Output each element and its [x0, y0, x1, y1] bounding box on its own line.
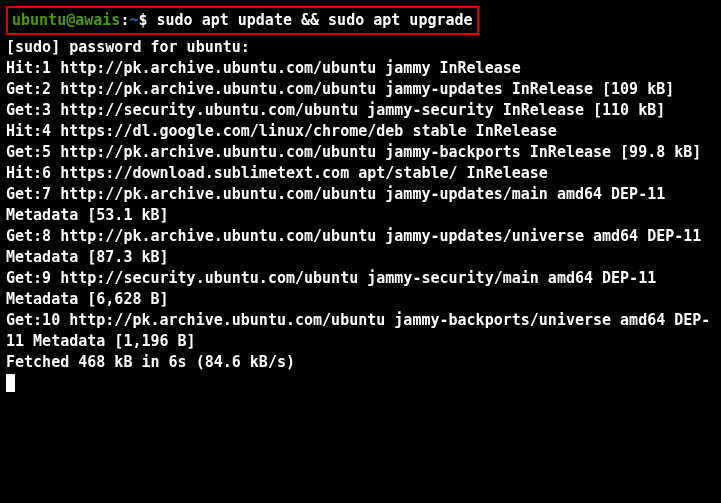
- prompt-user-host: ubuntu@awais: [12, 11, 120, 29]
- output-line: Get:9 http://security.ubuntu.com/ubuntu …: [6, 268, 715, 310]
- terminal[interactable]: ubuntu@awais:~$ sudo apt update && sudo …: [6, 6, 715, 394]
- output-line: Get:7 http://pk.archive.ubuntu.com/ubunt…: [6, 184, 715, 226]
- output-line: [sudo] password for ubuntu:: [6, 37, 715, 58]
- prompt-line-highlighted: ubuntu@awais:~$ sudo apt update && sudo …: [6, 6, 479, 35]
- output-line: Get:2 http://pk.archive.ubuntu.com/ubunt…: [6, 79, 715, 100]
- output-line: Fetched 468 kB in 6s (84.6 kB/s): [6, 352, 715, 373]
- prompt-dollar: $: [138, 11, 147, 29]
- cursor: [6, 374, 15, 392]
- output-line: Hit:1 http://pk.archive.ubuntu.com/ubunt…: [6, 58, 715, 79]
- terminal-output: [sudo] password for ubuntu: Hit:1 http:/…: [6, 37, 715, 373]
- output-line: Get:10 http://pk.archive.ubuntu.com/ubun…: [6, 310, 715, 352]
- command-text: sudo apt update && sudo apt upgrade: [157, 11, 473, 29]
- output-line: Get:5 http://pk.archive.ubuntu.com/ubunt…: [6, 142, 715, 163]
- output-line: Hit:4 https://dl.google.com/linux/chrome…: [6, 121, 715, 142]
- output-line: Hit:6 https://download.sublimetext.com a…: [6, 163, 715, 184]
- output-line: Get:8 http://pk.archive.ubuntu.com/ubunt…: [6, 226, 715, 268]
- output-line: Get:3 http://security.ubuntu.com/ubuntu …: [6, 100, 715, 121]
